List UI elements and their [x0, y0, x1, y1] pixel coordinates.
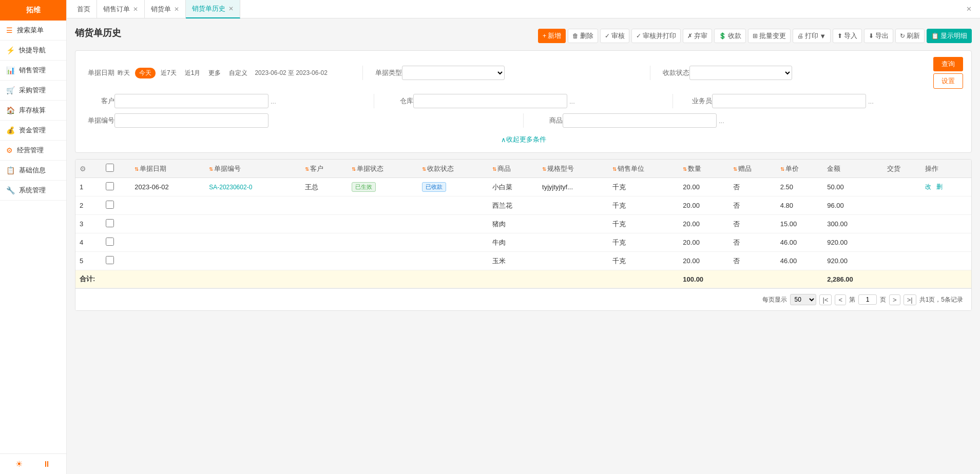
agent-ellipsis[interactable]: ...: [866, 97, 876, 105]
doc-date-col-header[interactable]: ⇅单据日期: [130, 160, 205, 178]
sort-icon: ⇅: [733, 166, 737, 172]
prev-page-button[interactable]: <: [835, 294, 846, 305]
quantity-5: 20.00: [679, 252, 729, 270]
customer-input[interactable]: [114, 94, 268, 108]
warehouse-input[interactable]: [413, 94, 567, 108]
sidebar-item-system-mgmt[interactable]: 🔧 系统管理: [0, 181, 66, 201]
tab-home[interactable]: 首页: [71, 0, 97, 18]
last-page-button[interactable]: >|: [904, 294, 916, 305]
table-row: 4 牛肉 千克 20.00 否 46.00 920.00: [75, 233, 971, 252]
summary-spacer3: [776, 270, 823, 288]
type-select[interactable]: [402, 66, 505, 80]
shortcut-yesterday[interactable]: 昨天: [114, 68, 133, 78]
row-3-checkbox[interactable]: [106, 219, 114, 227]
sidebar-item-sales-mgmt[interactable]: 📊 销售管理: [0, 61, 66, 81]
sales-unit-col-header[interactable]: ⇅销售单位: [608, 160, 679, 178]
agent-input[interactable]: [712, 94, 866, 108]
audit-print-button[interactable]: ✓ 审核并打印: [631, 29, 681, 43]
new-icon: +: [543, 32, 546, 40]
query-button[interactable]: 查询: [933, 57, 963, 71]
row-1-checkbox[interactable]: [106, 182, 114, 190]
sidebar-item-purchase-mgmt[interactable]: 🛒 采购管理: [0, 81, 66, 101]
theme-toggle-icon[interactable]: ☀: [15, 459, 23, 469]
edit-action-1[interactable]: 改: [925, 183, 931, 190]
doc-no-col-header[interactable]: ⇅单据编号: [205, 160, 300, 178]
pause-icon[interactable]: ⏸: [43, 460, 51, 469]
customer-col-header[interactable]: ⇅客户: [301, 160, 348, 178]
docno-input[interactable]: [114, 113, 268, 128]
unit-price-col-header[interactable]: ⇅单价: [776, 160, 823, 178]
row-checkbox-2: [102, 196, 130, 215]
amount-4: 920.00: [823, 233, 883, 252]
first-page-button[interactable]: |<: [819, 294, 832, 305]
actions-4: [921, 233, 971, 252]
show-detail-button[interactable]: 📋 显示明细: [927, 29, 972, 43]
abandon-button[interactable]: ✗ 弃审: [683, 29, 712, 43]
shortcut-1month[interactable]: 近1月: [182, 68, 204, 78]
tab-bar: 首页 销售订单 ✕ 销货单 ✕ 销货单历史 ✕ ✕: [67, 0, 980, 18]
next-page-button[interactable]: >: [889, 294, 900, 305]
checkbox-col-header: [102, 160, 130, 178]
collapse-icon: ∧: [501, 136, 506, 144]
export-button[interactable]: ⬇ 导出: [864, 29, 893, 43]
quantity-col-header[interactable]: ⇅数量: [679, 160, 729, 178]
spec-col-header[interactable]: ⇅规格型号: [538, 160, 608, 178]
doc-no-4: [205, 233, 300, 252]
product-input[interactable]: [563, 113, 717, 128]
per-page-select[interactable]: 50 100: [790, 294, 816, 305]
summary-row: 合计: 100.00 2,286.00: [75, 270, 971, 288]
customer-ellipsis[interactable]: ...: [268, 97, 278, 105]
doc-no-link-1[interactable]: SA-20230602-0: [209, 184, 252, 191]
tab-sales-goods-history[interactable]: 销货单历史 ✕: [186, 0, 240, 18]
receive-payment-button[interactable]: 💲 收款: [714, 29, 746, 43]
refresh-button[interactable]: ↻ 刷新: [895, 29, 925, 43]
pagination: 每页显示 50 100 |< < 第 页 > >| 共1页，5条记录: [75, 288, 971, 310]
unit-price-1: 2.50: [776, 178, 823, 196]
tab-sales-goods[interactable]: 销货单 ✕: [145, 0, 186, 18]
shortcut-custom[interactable]: 自定义: [226, 68, 251, 78]
delete-action-1[interactable]: 删: [936, 183, 943, 190]
row-2-checkbox[interactable]: [106, 201, 114, 209]
sidebar-item-basic-info[interactable]: 📋 基础信息: [0, 161, 66, 181]
sidebar-item-operations-mgmt[interactable]: ⚙ 经营管理: [0, 141, 66, 161]
print-button[interactable]: 🖨 打印 ▼: [793, 29, 831, 43]
new-button[interactable]: + 新增: [538, 29, 566, 43]
sidebar-item-finance-mgmt[interactable]: 💰 资金管理: [0, 121, 66, 141]
sidebar-item-quick-nav[interactable]: ⚡ 快捷导航: [0, 41, 66, 61]
payment-status-col-header[interactable]: ⇅收款状态: [418, 160, 488, 178]
collapse-button[interactable]: ∧ 收起更多条件: [499, 133, 548, 146]
sidebar: 拓维 ☰ 搜索菜单 ⚡ 快捷导航 📊 销售管理 🛒 采购管理 🏠 库存核算 💰 …: [0, 0, 67, 474]
batch-change-button[interactable]: ⊞ 批量变更: [748, 29, 791, 43]
sidebar-item-inventory[interactable]: 🏠 库存核算: [0, 101, 66, 121]
settings-col-header: ⚙: [75, 160, 102, 178]
page-number-input[interactable]: [858, 294, 877, 305]
sidebar-item-search-menu[interactable]: ☰ 搜索菜单: [0, 21, 66, 41]
delete-button[interactable]: 🗑 删除: [568, 29, 598, 43]
tab-bar-close-all[interactable]: ✕: [962, 3, 976, 15]
row-5-checkbox[interactable]: [106, 256, 114, 264]
tab-sales-order[interactable]: 销售订单 ✕: [97, 0, 145, 18]
payment-status-4: [418, 233, 488, 252]
audit-button[interactable]: ✓ 审核: [600, 29, 629, 43]
product-col-header[interactable]: ⇅商品: [488, 160, 538, 178]
quantity-1: 20.00: [679, 178, 729, 196]
import-button[interactable]: ⬆ 导入: [833, 29, 862, 43]
shortcut-more[interactable]: 更多: [205, 68, 224, 78]
tab-close-sales-goods-history[interactable]: ✕: [228, 5, 234, 12]
column-settings-icon[interactable]: ⚙: [80, 165, 86, 173]
settings-button[interactable]: 设置: [933, 73, 963, 89]
select-all-checkbox[interactable]: [106, 164, 114, 172]
product-ellipsis[interactable]: ...: [717, 117, 726, 125]
payment-select[interactable]: [689, 66, 792, 80]
shortcut-today[interactable]: 今天: [135, 68, 156, 78]
warehouse-ellipsis[interactable]: ...: [567, 97, 577, 105]
sidebar-item-label: 销售管理: [19, 66, 46, 75]
row-4-checkbox[interactable]: [106, 238, 114, 246]
gift-col-header[interactable]: ⇅赠品: [729, 160, 776, 178]
shortcut-7days[interactable]: 近7天: [158, 68, 180, 78]
tab-close-sales-goods[interactable]: ✕: [174, 6, 179, 13]
tab-close-sales-order[interactable]: ✕: [133, 6, 138, 13]
doc-status-col-header[interactable]: ⇅单据状态: [348, 160, 418, 178]
quantity-2: 20.00: [679, 196, 729, 215]
gift-4: 否: [729, 233, 776, 252]
